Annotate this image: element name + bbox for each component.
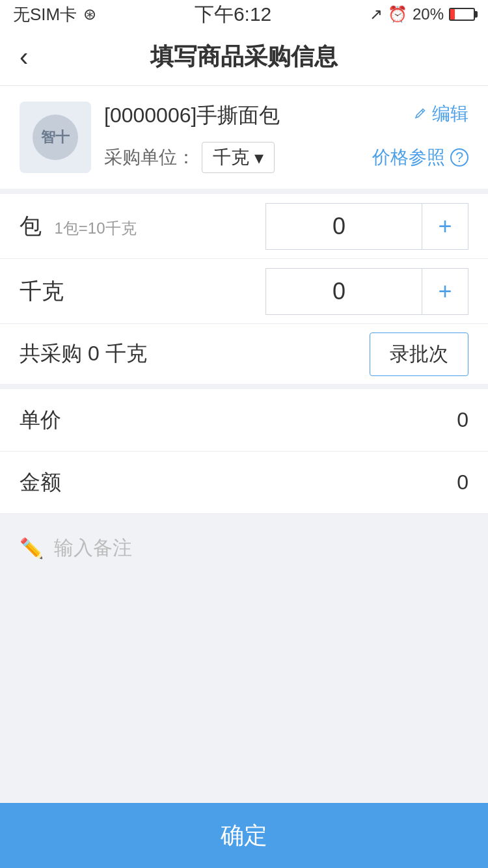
product-card: 智十 [0000006]手撕面包 编辑 采购单位： 千克 ▾ 价格参照 xyxy=(0,86,488,194)
page-title: 填写商品采购信息 xyxy=(150,41,338,73)
status-right: ↗ ⏰ 20% xyxy=(370,5,475,23)
quantity-row-bag: 包 1包=10千克 + xyxy=(0,194,488,259)
unit-value: 千克 xyxy=(213,145,249,170)
qty-input-wrap-bag: + xyxy=(137,203,468,250)
qty-label-bag: 包 1包=10千克 xyxy=(20,211,137,241)
quantity-section: 包 1包=10千克 + 千克 + 共采购 0 千克 录批次 xyxy=(0,194,488,389)
amount-label: 金额 xyxy=(20,468,61,497)
carrier-label: 无SIM卡 xyxy=(13,3,77,26)
batch-button[interactable]: 录批次 xyxy=(370,332,468,376)
status-left: 无SIM卡 ⊛ xyxy=(13,3,96,26)
qty-plus-bag[interactable]: + xyxy=(422,203,468,250)
battery-fill xyxy=(450,9,455,20)
unit-price-value: 0 xyxy=(457,408,468,432)
pencil-icon: ✏️ xyxy=(20,537,44,560)
confirm-button[interactable]: 确定 xyxy=(0,803,488,868)
unit-label: 采购单位： xyxy=(104,145,195,170)
back-button[interactable]: ‹ xyxy=(20,42,28,72)
unit-chevron-icon: ▾ xyxy=(254,147,264,169)
product-image: 智十 xyxy=(20,102,91,173)
amount-value: 0 xyxy=(457,470,468,495)
price-reference-button[interactable]: 价格参照 ? xyxy=(372,145,468,170)
total-label: 共采购 0 千克 xyxy=(20,340,147,368)
qty-input-bag[interactable] xyxy=(265,203,422,250)
unit-price-row: 单价 0 xyxy=(0,389,488,452)
remark-placeholder: 输入备注 xyxy=(54,535,132,562)
unit-select[interactable]: 千克 ▾ xyxy=(202,142,275,173)
edit-icon xyxy=(414,107,428,121)
product-thumbnail: 智十 xyxy=(33,115,78,160)
battery-percent: 20% xyxy=(413,5,444,23)
price-ref-label: 价格参照 xyxy=(372,145,445,170)
battery-icon xyxy=(449,8,475,21)
unit-price-label: 单价 xyxy=(20,406,61,435)
edit-button[interactable]: 编辑 xyxy=(414,102,468,126)
help-icon: ? xyxy=(450,148,468,167)
status-bar: 无SIM卡 ⊛ 下午6:12 ↗ ⏰ 20% xyxy=(0,0,488,29)
amount-row: 金额 0 xyxy=(0,452,488,514)
qty-input-kg[interactable] xyxy=(265,268,422,315)
product-info: [0000006]手撕面包 编辑 采购单位： 千克 ▾ 价格参照 ? xyxy=(104,102,468,173)
qty-input-wrap-kg: + xyxy=(124,268,468,315)
price-section: 单价 0 金额 0 xyxy=(0,389,488,514)
location-icon: ↗ xyxy=(370,5,383,23)
nav-bar: ‹ 填写商品采购信息 xyxy=(0,29,488,86)
qty-sublabel-bag: 1包=10千克 xyxy=(54,219,136,237)
remark-section[interactable]: ✏️ 输入备注 xyxy=(0,519,488,577)
wifi-icon: ⊛ xyxy=(83,5,96,23)
qty-label-kg: 千克 xyxy=(20,277,124,306)
product-name: [0000006]手撕面包 xyxy=(104,102,280,130)
alarm-icon: ⏰ xyxy=(388,5,407,23)
qty-plus-kg[interactable]: + xyxy=(422,268,468,315)
product-unit-row: 采购单位： 千克 ▾ 价格参照 ? xyxy=(104,142,468,173)
product-header: [0000006]手撕面包 编辑 xyxy=(104,102,468,130)
quantity-row-kg: 千克 + xyxy=(0,259,488,324)
status-time: 下午6:12 xyxy=(195,1,271,28)
content-area xyxy=(0,577,488,837)
total-row: 共采购 0 千克 录批次 xyxy=(0,324,488,389)
edit-label: 编辑 xyxy=(432,102,468,126)
